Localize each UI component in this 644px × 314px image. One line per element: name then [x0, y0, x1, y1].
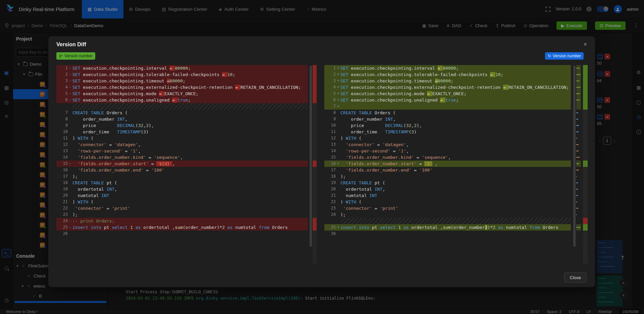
diff-code-line: order_time TIMESTAMP(3)	[72, 129, 308, 135]
diff-code-line: ) WITH (	[340, 135, 571, 141]
ruler-mark	[583, 224, 588, 231]
diff-change-marker: +	[336, 71, 340, 78]
diff-change-marker	[68, 148, 72, 154]
diff-row: 2-SET execution.checkpointing.tolerable-…	[56, 71, 308, 78]
diff-row: 12 'connector' = 'datagen',	[56, 141, 308, 148]
diff-code-line: SET execution.checkpointing.unaligned = …	[340, 97, 571, 103]
diff-code-line: numtotal INT	[72, 192, 308, 199]
diff-code-line: ) WITH (	[340, 199, 571, 205]
diff-line-number: 13	[56, 148, 68, 154]
minimap-line	[576, 150, 579, 151]
sync-icon: ↻	[548, 54, 551, 58]
diff-line-number: 25	[56, 224, 68, 231]
diff-line-number: 15	[56, 161, 68, 167]
diff-pane-new[interactable]: 1+SET execution.checkpointing.interval =…	[324, 65, 588, 263]
diff-row: 16 'fields.order_number.end' = '100'	[56, 167, 308, 173]
diff-code-line: price DECIMAL(32,2),	[340, 122, 571, 129]
diff-code-line: SET execution.checkpointing.mode = EXACT…	[340, 90, 571, 97]
diff-line-number: 4	[324, 84, 336, 90]
diff-code-line: );	[72, 211, 308, 218]
diff-change-marker	[336, 110, 340, 116]
diff-change-marker	[336, 148, 340, 154]
diff-line-number: 15	[324, 154, 336, 161]
diff-pane-old[interactable]: 1-SET execution.checkpointing.interval =…	[56, 65, 317, 263]
scrollbar-old[interactable]	[310, 66, 312, 247]
diff-row: 3-SET execution.checkpointing.timeout =8…	[56, 78, 308, 84]
diff-row: 26	[56, 231, 308, 237]
diff-line-number: 1	[56, 65, 68, 71]
modal-close-icon[interactable]: ×	[583, 41, 587, 48]
old-version-badge: Version number	[56, 52, 95, 60]
diff-row: 6+SET execution.checkpointing.unaligned …	[324, 97, 571, 103]
modal-close-button[interactable]: Close	[564, 272, 587, 282]
new-version-badge: ↻ Version number	[545, 52, 584, 60]
diff-code-line: order_number INT,	[72, 116, 308, 122]
diff-line-number: 23	[56, 211, 68, 218]
diff-row: 15 'fields.order_number.kind' = 'sequenc…	[324, 154, 571, 161]
minimap-line	[576, 189, 578, 190]
minimap-line	[576, 170, 579, 171]
minimap-line	[576, 182, 578, 183]
diff-change-marker: -	[68, 90, 72, 97]
scrollbar-new[interactable]	[573, 66, 576, 247]
diff-change-marker	[68, 129, 72, 135]
diff-row: 25-insert into pt select 1 as ordertotal…	[56, 224, 308, 231]
diff-row: 10 price DECIMAL(32,2),	[324, 122, 571, 129]
diff-code-line: insert into pt select 1 as ordertotal ,s…	[72, 224, 308, 231]
diff-row: 4+SET execution.checkpointing.externaliz…	[324, 84, 571, 90]
diff-row: 7+	[324, 103, 571, 110]
diff-line-number: 6	[324, 97, 336, 103]
diff-change-marker	[68, 211, 72, 218]
diff-code-line: 'connector' = 'print'	[72, 205, 308, 211]
diff-change-marker	[68, 135, 72, 141]
minimap-line	[576, 87, 581, 88]
minimap-line	[576, 195, 578, 196]
diff-line-number: 10	[56, 129, 68, 135]
diff-line-number: 18	[324, 173, 336, 180]
diff-editor: 1-SET execution.checkpointing.interval =…	[56, 65, 588, 266]
diff-change-marker	[336, 192, 340, 199]
diff-row: 25+insert into pt select 1 as ordertotal…	[324, 224, 571, 231]
diff-row: 13 'connector' = 'datagen',	[324, 141, 571, 148]
diff-code-line: SET execution.checkpointing.externalized…	[72, 84, 308, 90]
diff-change-marker	[336, 116, 340, 122]
minimap-new[interactable]	[576, 65, 581, 263]
diff-code-line: 'fields.order_number.kind' = 'sequence',	[72, 154, 308, 161]
diff-line-number: 3	[56, 78, 68, 84]
diff-change-marker	[336, 180, 340, 186]
diff-line-number: 5	[56, 90, 68, 97]
overview-ruler-old	[313, 65, 317, 263]
diff-code-line: ordertotal INT,	[340, 186, 571, 192]
diff-code-line: price DECIMAL(32,2),	[72, 122, 308, 129]
diff-change-marker: -	[68, 218, 72, 224]
diff-row: 3+SET execution.checkpointing.timeout =8…	[324, 78, 571, 84]
diff-line-number: 12	[56, 141, 68, 148]
minimap-line	[576, 80, 580, 81]
diff-change-marker	[68, 167, 72, 173]
diff-line-number: 20	[324, 186, 336, 192]
diff-change-marker	[68, 205, 72, 211]
diff-row: 19 ordertotal INT,	[56, 186, 308, 192]
diff-change-marker	[68, 116, 72, 122]
diff-code-line: SET execution.checkpointing.interval = 8…	[340, 65, 571, 71]
minimap-line	[576, 100, 580, 101]
diff-change-marker: -	[68, 224, 72, 231]
diff-row: 7CREATE TABLE Orders (	[56, 110, 308, 116]
diff-row: 5-SET execution.checkpointing.mode = EXA…	[56, 90, 308, 97]
ruler-mark	[583, 65, 588, 110]
diff-line-number: 25	[324, 224, 336, 231]
ruler-mark	[583, 218, 588, 224]
diff-line-number: 26	[324, 231, 336, 237]
diff-code-line: SET execution.checkpointing.tolerable-fa…	[72, 71, 308, 78]
diff-gutter	[68, 103, 72, 110]
minimap-line	[576, 157, 580, 158]
diff-line-number: 14	[56, 154, 68, 161]
diff-row: 12) WITH (	[324, 135, 571, 141]
diff-line-number: 24	[56, 218, 68, 224]
diff-change-marker: +	[336, 224, 340, 231]
diff-code-line: order_time TIMESTAMP(3)	[340, 129, 571, 135]
diff-line-number: 9	[324, 116, 336, 122]
diff-line-number: 7	[56, 110, 68, 116]
diff-row: 8CREATE TABLE Orders (	[324, 110, 571, 116]
diff-change-marker: -	[68, 78, 72, 84]
